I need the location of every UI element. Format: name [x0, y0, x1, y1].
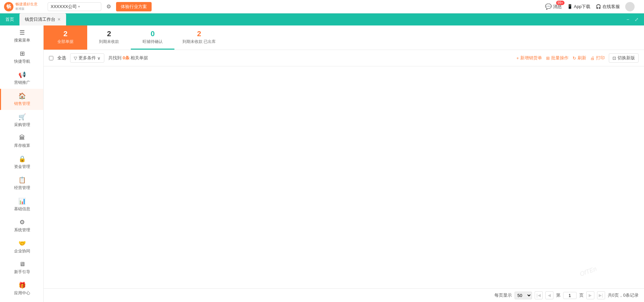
workspace-tab-label: 钱货日清工作台 — [25, 16, 55, 22]
tab-minimize-icon[interactable]: − — [625, 16, 631, 23]
tab-close-icon[interactable]: ✕ — [57, 17, 61, 22]
sidebar-item-guide[interactable]: 🖥 新手引导 — [0, 257, 43, 278]
found-count: 0条 — [123, 55, 129, 60]
sidebar-item-finance[interactable]: 🔒 资金管理 — [0, 152, 43, 173]
prev-page-button[interactable]: ◀ — [545, 291, 553, 299]
apps-icon: 🎁 — [18, 282, 26, 289]
tab-home[interactable]: 首页 — [0, 13, 19, 25]
logo-sub: 标准版 — [15, 7, 38, 11]
print-button[interactable]: 🖨 打印 — [590, 55, 605, 61]
sidebar-item-baseinfo[interactable]: 📊 基础信息 — [0, 194, 43, 215]
sidebar-label-sales: 销售管理 — [14, 101, 30, 107]
stat-card-wangfu[interactable]: 0 旺辅待确认 — [131, 25, 174, 50]
industry-button[interactable]: 体验行业方案 — [116, 2, 152, 11]
tab-workspace[interactable]: 钱货日清工作台 ✕ — [19, 13, 66, 25]
company-dropdown-icon: ▾ — [78, 5, 80, 8]
toolbar: 全选 ▽ 更多条件 ∨ 共找到 0条 相关单据 + 新增销货单 ⊞ 批量操作 — [44, 50, 644, 66]
refresh-icon: ↻ — [573, 56, 576, 61]
sidebar-label-guide: 新手引导 — [14, 269, 30, 275]
sales-icon: 🏠 — [18, 92, 26, 100]
user-avatar[interactable] — [625, 2, 635, 11]
next-page-button[interactable]: ▶ — [586, 291, 594, 299]
sidebar-label-marketing: 营销推广 — [14, 80, 30, 85]
marketing-icon: 📢 — [18, 71, 26, 78]
main-layout: ☰ 搜索菜单 ⊞ 快捷导航 📢 营销推广 🏠 销售管理 🛒 采购管理 🏛 库存核… — [0, 25, 644, 302]
page-number-input[interactable] — [563, 292, 577, 299]
sidebar-label-purchase: 采购管理 — [14, 122, 30, 128]
filter-label: 更多条件 — [78, 55, 96, 61]
headset-icon: 🎧 — [596, 4, 601, 9]
sidebar-item-system[interactable]: ⚙ 系统管理 — [0, 215, 43, 236]
page-label: 第 — [556, 292, 560, 298]
sidebar-item-quicknav[interactable]: ⊞ 快捷导航 — [0, 47, 43, 68]
stat-number-overdue: 2 — [107, 29, 111, 38]
notification-area[interactable]: 💬 99+ 消息 — [545, 3, 562, 10]
refresh-button[interactable]: ↻ 刷新 — [573, 55, 586, 61]
add-sales-order-button[interactable]: + 新增销货单 — [516, 55, 542, 61]
sidebar-item-apps[interactable]: 🎁 应用中心 — [0, 278, 43, 299]
stat-number-wangfu: 0 — [151, 29, 155, 38]
sidebar-label-apps: 应用中心 — [14, 290, 30, 296]
page-size-select[interactable]: 50 20 100 — [515, 292, 532, 299]
sidebar-label-search: 搜索菜单 — [14, 38, 30, 43]
sidebar-item-inventory[interactable]: 🏛 库存核算 — [0, 131, 43, 152]
plus-icon: + — [516, 56, 519, 61]
sidebar-item-wechat[interactable]: 💬 企业微信 — [0, 299, 43, 302]
purchase-icon: 🛒 — [18, 113, 26, 121]
tab-expand-icon[interactable]: ⤢ — [633, 16, 640, 23]
filter-dropdown-icon: ∨ — [97, 56, 101, 61]
logo-area: 畅 畅捷通好生意 标准版 — [4, 2, 48, 11]
sidebar-label-operations: 经营管理 — [14, 185, 30, 191]
sidebar-label-finance: 资金管理 — [14, 164, 30, 170]
top-header: 畅 畅捷通好生意 标准版 XXXXXX公司 ▾ ⚙ 体验行业方案 💬 99+ 消… — [0, 0, 644, 13]
sidebar-item-operations[interactable]: 📋 经营管理 — [0, 173, 43, 194]
company-name: XXXXXX公司 — [51, 4, 77, 10]
bell-icon: 💬 — [545, 3, 552, 10]
app-download-button[interactable]: 📱 App下载 — [567, 4, 590, 10]
gear-icon: ⚙ — [106, 3, 111, 10]
sidebar-item-sales[interactable]: 🏠 销售管理 — [0, 89, 43, 110]
page-size-label: 每页显示 — [494, 292, 512, 298]
sidebar-item-purchase[interactable]: 🛒 采购管理 — [0, 110, 43, 131]
settings-button[interactable]: ⚙ — [104, 2, 113, 11]
add-btn-label: 新增销货单 — [520, 55, 542, 61]
sidebar-item-marketing[interactable]: 📢 营销推广 — [0, 68, 43, 89]
switch-version-button[interactable]: ⊡ 切换新版 — [609, 53, 639, 63]
stat-number-all: 2 — [63, 29, 67, 38]
select-all-label: 全选 — [57, 55, 66, 61]
first-page-button[interactable]: |◀ — [535, 291, 543, 299]
stat-card-overdue[interactable]: 2 到期未收款 — [87, 25, 131, 50]
tab-bar-actions: − ⤢ — [625, 16, 644, 23]
inventory-icon: 🏛 — [19, 134, 25, 141]
stats-row: 2 全部单据 2 到期未收款 0 旺辅待确认 2 到期未收款 已出库 — [44, 25, 644, 50]
sidebar-item-cooperation[interactable]: 🤝 企业协同 — [0, 236, 43, 257]
online-service-button[interactable]: 🎧 在线客服 — [596, 4, 620, 10]
stat-card-all[interactable]: 2 全部单据 — [44, 25, 87, 50]
stat-label-shipped: 到期未收款 已出库 — [182, 39, 216, 45]
company-selector[interactable]: XXXXXX公司 ▾ — [48, 2, 101, 11]
sidebar-item-search[interactable]: ☰ 搜索菜单 — [0, 25, 43, 47]
tab-bar: 首页 钱货日清工作台 ✕ − ⤢ — [0, 13, 644, 25]
stat-label-all: 全部单据 — [57, 39, 73, 45]
table-area — [44, 66, 644, 288]
logo-text: 畅捷通好生意 — [15, 2, 38, 6]
batch-operation-button[interactable]: ⊞ 批量操作 — [546, 55, 569, 61]
sidebar-label-baseinfo: 基础信息 — [14, 206, 30, 212]
print-icon: 🖨 — [590, 56, 595, 61]
logo-icon: 畅 — [4, 2, 13, 11]
stat-label-overdue: 到期未收款 — [99, 39, 119, 45]
refresh-btn-label: 刷新 — [578, 55, 586, 61]
sidebar-label-quicknav: 快捷导航 — [14, 59, 30, 64]
filter-button[interactable]: ▽ 更多条件 ∨ — [70, 53, 104, 63]
found-text: 共找到 0条 相关单据 — [108, 55, 148, 61]
page-label2: 页 — [579, 292, 584, 298]
baseinfo-icon: 📊 — [18, 197, 26, 205]
batch-btn-label: 批量操作 — [551, 55, 569, 61]
finance-icon: 🔒 — [18, 155, 26, 163]
notification-badge: 99+ — [556, 1, 565, 5]
select-all-checkbox[interactable] — [49, 56, 53, 60]
content-area: 2 全部单据 2 到期未收款 0 旺辅待确认 2 到期未收款 已出库 全选 ▽ … — [44, 25, 644, 302]
last-page-button[interactable]: ▶| — [597, 291, 605, 299]
stat-card-shipped[interactable]: 2 到期未收款 已出库 — [174, 25, 224, 50]
operations-icon: 📋 — [18, 176, 26, 184]
